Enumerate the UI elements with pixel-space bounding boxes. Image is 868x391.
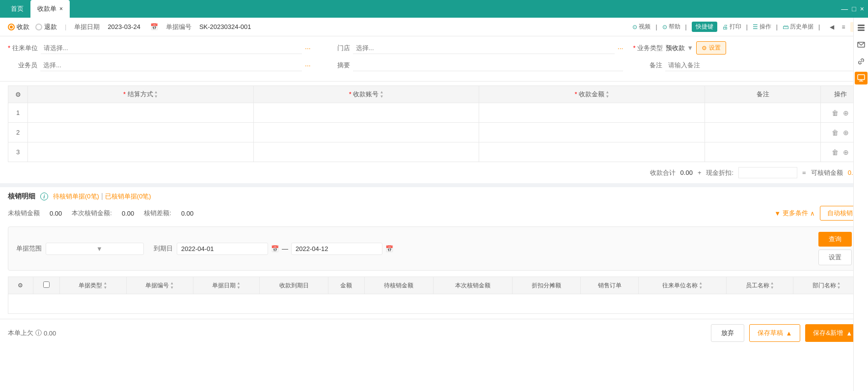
staff-more-icon[interactable]: ··· [305, 61, 311, 69]
row-copy-icon-2[interactable]: ⊕ [843, 129, 849, 137]
verification-info-icon[interactable]: i [40, 193, 48, 200]
biz-type-select[interactable]: 预收款 ▼ [666, 44, 693, 53]
filter-icon: ▼ [774, 210, 781, 217]
staff-input[interactable] [40, 59, 302, 71]
th-settle-sort[interactable]: ▲▼ [154, 90, 158, 99]
row-settle-1[interactable] [28, 103, 254, 123]
layout-btn-prev[interactable]: ◀ [827, 22, 837, 32]
col-dept-sort[interactable]: ▲▼ [837, 281, 841, 290]
query-button[interactable]: 查询 [818, 232, 852, 247]
col-partner-sort[interactable]: ▲▼ [699, 281, 703, 290]
toolbar-right: ⊙ 视频 | ⊙ 帮助 | 快捷键 🖨 打印 | ☰ 操作 | � [632, 22, 860, 32]
row-account-2[interactable] [253, 123, 479, 142]
row-settle-2[interactable] [28, 123, 254, 142]
shortcut-action[interactable]: 快捷键 [692, 22, 717, 32]
footer-info-icon[interactable]: ⓘ [35, 329, 42, 337]
row-settle-3[interactable] [28, 142, 254, 162]
row-amount-3[interactable] [479, 142, 705, 162]
layout-btn-list[interactable]: ≡ [839, 22, 848, 32]
radio-tuikuan[interactable]: 退款 [35, 23, 57, 31]
filter-range-select[interactable]: ▼ [46, 243, 144, 255]
window-minimize-icon[interactable]: — [841, 5, 848, 13]
th-account-sort[interactable]: ▲▼ [380, 90, 383, 99]
save-new-label: 保存&新增 [813, 329, 843, 337]
print-action[interactable]: 🖨 打印 [722, 23, 741, 31]
select-all-checkbox[interactable] [43, 281, 50, 288]
th-remark: 备注 [705, 86, 821, 103]
partner-label: 往来单位 [8, 44, 38, 53]
partner-field: 往来单位 ··· [8, 42, 311, 54]
history-action[interactable]: 🗃 历史单据 [783, 23, 814, 31]
discount-input[interactable] [738, 167, 797, 178]
remark-input[interactable] [665, 59, 860, 71]
radio-shoukuan[interactable]: 收款 [8, 23, 29, 31]
date-to-input[interactable] [291, 243, 382, 255]
row-account-1[interactable] [253, 103, 479, 123]
row-copy-icon-1[interactable]: ⊕ [843, 109, 849, 117]
help-action[interactable]: ⊙ 帮助 [662, 23, 680, 31]
tab-receipt[interactable]: 收款单 × [30, 0, 70, 18]
summary-input[interactable] [353, 59, 624, 71]
done-tab[interactable]: 已核销单据(0笔) [105, 192, 151, 201]
window-close-icon[interactable]: × [860, 5, 864, 13]
save-draft-button[interactable]: 保存草稿 ▲ [749, 324, 801, 342]
partner-input[interactable] [41, 42, 302, 54]
gear-col-icon[interactable]: ⚙ [15, 91, 21, 98]
section-title-row: 核销明细 i 待核销单据(0笔) | 已核销单据(0笔) [8, 192, 860, 201]
verification-tab-links: 待核销单据(0笔) | 已核销单据(0笔) [53, 192, 151, 201]
setting-button[interactable]: 设置 [818, 250, 852, 265]
date-range-dash: — [282, 245, 288, 252]
row-copy-icon-3[interactable]: ⊕ [843, 148, 849, 156]
shortcut-btn[interactable]: 快捷键 [692, 22, 717, 32]
tab-link-divider: | [101, 192, 103, 201]
remark-field: 备注 [633, 59, 860, 71]
save-new-button[interactable]: 保存&新增 ▲ [805, 324, 860, 342]
row-remark-2[interactable] [705, 123, 821, 142]
partner-more-icon[interactable]: ··· [305, 44, 311, 52]
more-conditions-btn[interactable]: ▼ 更多条件 ∧ [774, 209, 815, 218]
bth-gear[interactable]: ⚙ [8, 277, 33, 294]
svg-rect-4 [858, 75, 865, 80]
col-doc-num-sort[interactable]: ▲▼ [170, 281, 174, 290]
toolbar-sep5: | [818, 24, 820, 30]
summary-row: 收款合计 0.00 + 现金折扣: = 可核销金额 0.00 [0, 162, 868, 183]
row-delete-icon-3[interactable]: 🗑 [832, 148, 839, 156]
biz-type-arrow[interactable]: ▼ [687, 44, 693, 52]
row-amount-1[interactable] [479, 103, 705, 123]
row-account-3[interactable] [253, 142, 479, 162]
sidebar-mail-icon[interactable] [855, 38, 868, 51]
abandon-button[interactable]: 放弃 [711, 324, 744, 342]
bth-checkbox[interactable] [33, 277, 59, 294]
row-delete-icon-2[interactable]: 🗑 [832, 129, 839, 137]
col-doc-type-label: 单据类型 [79, 281, 102, 290]
store-input[interactable] [353, 42, 615, 54]
date-from-cal-icon[interactable]: 📅 [271, 245, 279, 252]
row-remark-1[interactable] [705, 103, 821, 123]
sidebar-screen-icon[interactable] [855, 72, 868, 84]
video-icon: ⊙ [632, 24, 637, 30]
pending-tab[interactable]: 待核销单据(0笔) [53, 192, 99, 201]
tab-close-icon[interactable]: × [59, 5, 63, 12]
right-sidebar [853, 18, 868, 391]
settings-button[interactable]: ⚙ 设置 [696, 41, 726, 55]
stats-right: ▼ 更多条件 ∧ 自动核销 [774, 206, 860, 221]
operation-action[interactable]: ☰ 操作 [753, 23, 771, 31]
th-gear[interactable]: ⚙ [8, 86, 28, 103]
th-amount-sort[interactable]: ▲▼ [605, 90, 609, 99]
calendar-icon[interactable]: 📅 [150, 23, 158, 30]
window-maximize-icon[interactable]: □ [852, 5, 856, 13]
sidebar-link-icon[interactable] [855, 55, 868, 68]
date-from-input[interactable] [177, 243, 268, 255]
video-action[interactable]: ⊙ 视频 [632, 23, 651, 31]
row-remark-3[interactable] [705, 142, 821, 162]
col-doc-date-sort[interactable]: ▲▼ [237, 281, 241, 290]
store-more-icon[interactable]: ··· [618, 44, 624, 52]
sidebar-table-icon[interactable] [855, 22, 868, 34]
tab-home[interactable]: 首页 [4, 0, 30, 18]
row-amount-2[interactable] [479, 123, 705, 142]
col-staff-label: 员工名称 [746, 281, 769, 290]
date-to-cal-icon[interactable]: 📅 [385, 245, 393, 252]
row-delete-icon-1[interactable]: 🗑 [832, 109, 839, 117]
col-doc-type-sort[interactable]: ▲▼ [103, 281, 107, 290]
col-staff-sort[interactable]: ▲▼ [770, 281, 774, 290]
